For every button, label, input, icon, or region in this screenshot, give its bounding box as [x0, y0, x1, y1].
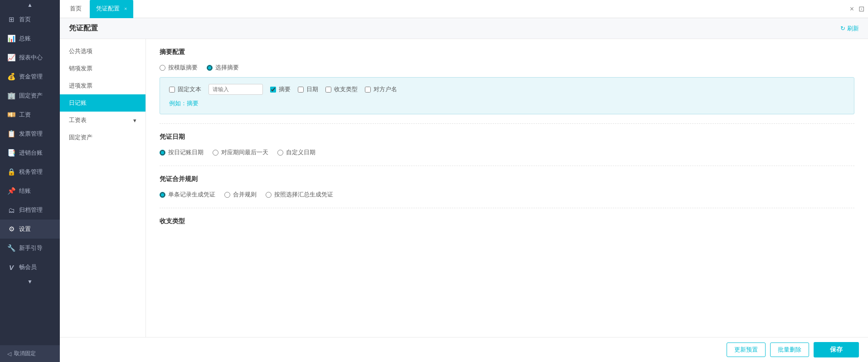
income-type-title: 收支类型 — [160, 217, 854, 225]
main-area: 首页 凭证配置 × × ⊡ 凭证配置 ↻ 刷新 公共选项 销项发票 进项 — [60, 0, 868, 362]
abstract-checkbox-group: 固定文本 摘要 日期 收支类型 — [160, 77, 854, 114]
merge-rules-option[interactable]: 合并规则 — [224, 191, 257, 199]
abstract-radio-group: 按模版摘要 选择摘要 — [160, 64, 854, 72]
fixed-text-checkbox[interactable] — [169, 87, 175, 93]
refresh-icon: ↻ — [840, 25, 845, 32]
merge-rules-section: 凭证合并规则 单条记录生成凭证 合并规则 按照选择汇总生成凭证 — [160, 175, 854, 208]
sidebar-item-vip[interactable]: V 畅会员 — [0, 258, 60, 277]
right-content: 摘要配置 按模版摘要 选择摘要 固定文本 — [146, 39, 868, 337]
sidebar: ▲ ⊞ 首页 📊 总账 📈 报表中心 💰 资金管理 🏢 固定资产 💴 工资 📋 … — [0, 0, 60, 362]
voucher-date-title: 凭证日期 — [160, 133, 854, 141]
sidebar-scroll-down[interactable]: ▼ — [0, 277, 60, 287]
merge-rules-radio-group: 单条记录生成凭证 合并规则 按照选择汇总生成凭证 — [160, 191, 854, 199]
period-last-radio[interactable] — [213, 150, 218, 156]
sidebar-scroll-up[interactable]: ▲ — [0, 0, 60, 10]
vip-icon: V — [7, 264, 15, 271]
template-abstract-radio[interactable] — [160, 65, 165, 71]
sidebar-item-ledger[interactable]: 📊 总账 — [0, 29, 60, 48]
select-merge-radio[interactable] — [266, 192, 272, 198]
abstract-option[interactable]: 摘要 — [270, 85, 291, 93]
update-presets-button[interactable]: 更新预置 — [727, 342, 766, 357]
abstract-checkbox[interactable] — [270, 87, 276, 93]
nav-public[interactable]: 公共选项 — [60, 43, 145, 60]
guide-icon: 🔧 — [7, 244, 15, 252]
pin-icon: ◁ — [7, 351, 11, 357]
sidebar-item-guide[interactable]: 🔧 新手引导 — [0, 239, 60, 258]
nav-sales-invoice[interactable]: 销项发票 — [60, 60, 145, 77]
payroll-icon: 💴 — [7, 111, 15, 119]
sidebar-item-funds[interactable]: 💰 资金管理 — [0, 67, 60, 86]
sidebar-item-sales-ledger[interactable]: 📑 进销台账 — [0, 143, 60, 162]
sidebar-item-settings[interactable]: ⚙ 设置 — [0, 220, 60, 239]
sidebar-item-assets[interactable]: 🏢 固定资产 — [0, 86, 60, 105]
window-restore-icon[interactable]: ⊡ — [858, 5, 864, 13]
single-record-option[interactable]: 单条记录生成凭证 — [160, 191, 215, 199]
income-type-checkbox[interactable] — [325, 87, 331, 93]
custom-date-radio[interactable] — [277, 150, 283, 156]
example-text: 例如：摘要 — [169, 99, 845, 108]
checkbox-row: 固定文本 摘要 日期 收支类型 — [169, 84, 845, 95]
merge-rules-radio[interactable] — [224, 192, 230, 198]
journal-date-radio[interactable] — [160, 150, 165, 156]
tab-voucher-config[interactable]: 凭证配置 × — [90, 0, 133, 18]
sidebar-item-archive[interactable]: 🗂 归档管理 — [0, 201, 60, 220]
date-checkbox[interactable] — [298, 87, 304, 93]
sidebar-item-tax[interactable]: 🔒 税务管理 — [0, 162, 60, 181]
abstract-section: 摘要配置 按模版摘要 选择摘要 固定文本 — [160, 48, 854, 124]
refresh-button[interactable]: ↻ 刷新 — [840, 24, 859, 33]
income-type-option[interactable]: 收支类型 — [325, 85, 358, 93]
invoice-mgmt-icon: 📋 — [7, 130, 15, 138]
select-merge-option[interactable]: 按照选择汇总生成凭证 — [266, 191, 333, 199]
custom-date-option[interactable]: 自定义日期 — [277, 148, 315, 157]
sidebar-item-invoice-mgmt[interactable]: 📋 发票管理 — [0, 124, 60, 143]
sidebar-item-payroll[interactable]: 💴 工资 — [0, 105, 60, 124]
tab-close-icon[interactable]: × — [124, 6, 127, 11]
sidebar-item-home[interactable]: ⊞ 首页 — [0, 10, 60, 29]
tab-home[interactable]: 首页 — [63, 0, 88, 18]
page-title: 凭证配置 — [69, 24, 98, 33]
funds-icon: 💰 — [7, 73, 15, 81]
bottom-bar: 更新预置 批量删除 保存 — [60, 337, 868, 362]
save-button[interactable]: 保存 — [814, 342, 859, 357]
nav-journal[interactable]: 日记账 — [60, 94, 145, 112]
tab-bar: 首页 凭证配置 × × ⊡ — [60, 0, 868, 18]
single-record-radio[interactable] — [160, 192, 165, 198]
tax-icon: 🔒 — [7, 168, 15, 176]
income-type-section: 收支类型 — [160, 217, 854, 242]
home-icon: ⊞ — [7, 15, 15, 24]
settings-icon: ⚙ — [7, 225, 15, 233]
fixed-text-option[interactable]: 固定文本 — [169, 85, 201, 93]
left-nav: 公共选项 销项发票 进项发票 日记账 工资表 ▾ 固定资产 — [60, 39, 146, 337]
reports-icon: 📈 — [7, 54, 15, 62]
ledger-icon: 📊 — [7, 34, 15, 43]
archive-icon: 🗂 — [7, 206, 15, 214]
page-header: 凭证配置 ↻ 刷新 — [60, 18, 868, 39]
nav-payroll-table[interactable]: 工资表 ▾ — [60, 112, 145, 129]
nav-fixed-assets[interactable]: 固定资产 — [60, 129, 145, 146]
content-area: 公共选项 销项发票 进项发票 日记账 工资表 ▾ 固定资产 摘要配置 — [60, 39, 868, 337]
counterpart-checkbox[interactable] — [365, 87, 371, 93]
counterpart-option[interactable]: 对方户名 — [365, 85, 397, 93]
fixed-text-input[interactable] — [209, 84, 263, 95]
journal-date-option[interactable]: 按日记账日期 — [160, 148, 204, 157]
tab-bar-actions: × ⊡ — [850, 5, 864, 13]
window-close-icon[interactable]: × — [850, 5, 854, 13]
cancel-pin-button[interactable]: ◁ 取消固定 — [0, 345, 60, 362]
assets-icon: 🏢 — [7, 92, 15, 100]
period-last-option[interactable]: 对应期间最后一天 — [213, 148, 268, 157]
template-abstract-option[interactable]: 按模版摘要 — [160, 64, 198, 72]
nav-purchase-invoice[interactable]: 进项发票 — [60, 77, 145, 94]
batch-delete-button[interactable]: 批量删除 — [770, 342, 809, 357]
voucher-date-radio-group: 按日记账日期 对应期间最后一天 自定义日期 — [160, 148, 854, 157]
sidebar-item-close[interactable]: 📌 结账 — [0, 181, 60, 201]
abstract-title: 摘要配置 — [160, 48, 854, 56]
sidebar-item-reports[interactable]: 📈 报表中心 — [0, 48, 60, 67]
select-abstract-radio[interactable] — [207, 65, 213, 71]
voucher-date-section: 凭证日期 按日记账日期 对应期间最后一天 自定义日期 — [160, 133, 854, 166]
sales-ledger-icon: 📑 — [7, 149, 15, 157]
date-option[interactable]: 日期 — [298, 85, 318, 93]
merge-rules-title: 凭证合并规则 — [160, 175, 854, 183]
close-accounts-icon: 📌 — [7, 187, 15, 195]
expand-icon: ▾ — [133, 117, 136, 124]
select-abstract-option[interactable]: 选择摘要 — [207, 64, 239, 72]
